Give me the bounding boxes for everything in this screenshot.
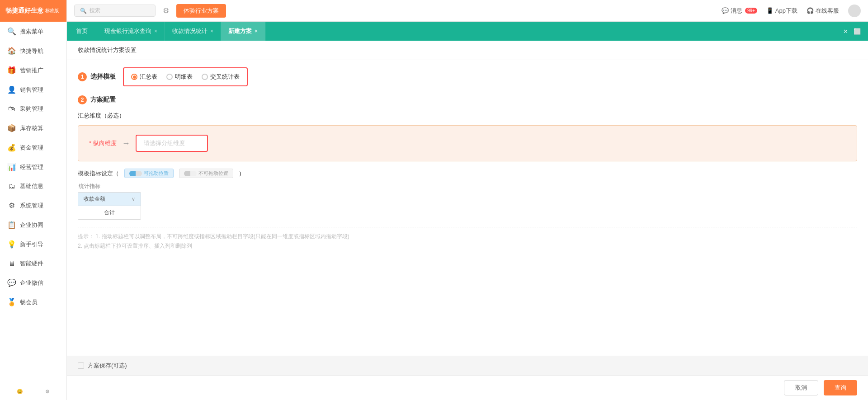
sidebar-label-8: 基础信息 — [20, 182, 43, 190]
app-name: 畅捷通好生意 — [5, 7, 43, 15]
save-checkbox[interactable] — [78, 362, 84, 369]
sidebar-label-9: 系统管理 — [20, 202, 43, 210]
bottom-bar: 取消 查询 — [67, 375, 868, 400]
page-title: 收款情况统计方案设置 — [67, 41, 868, 60]
tip1: 提示： 1. 拖动标题栏可以调整布局，不可跨维度或指标区域拖动栏目字段(只能在同… — [78, 233, 857, 240]
template-radio-0[interactable]: 汇总表 — [131, 73, 157, 81]
tab-receipts-close[interactable]: × — [210, 28, 213, 34]
sidebar-item-9[interactable]: ⚙系统管理 — [0, 196, 66, 215]
dim-arrow: → — [122, 139, 130, 148]
template-radio-2[interactable]: 交叉统计表 — [202, 73, 240, 81]
dimension-area: * 纵向维度 → 请选择分组维度 — [78, 125, 857, 161]
trial-button[interactable]: 体验行业方案 — [176, 4, 226, 18]
dimension-label: 汇总维度（必选） — [78, 112, 857, 120]
sidebar-label-11: 新手引导 — [20, 240, 43, 249]
section1-title: 选择模板 — [90, 73, 116, 81]
sidebar-item-6[interactable]: 💰资金管理 — [0, 138, 66, 157]
sidebar-icon-10: 📋 — [7, 221, 16, 229]
topbar: 🔍 搜索 ⚙ 体验行业方案 💬 消息 99+ 📱 App下载 🎧 在线客服 — [67, 0, 868, 22]
sidebar-label-10: 企业协同 — [20, 221, 43, 229]
content-area: 收款情况统计方案设置 1 选择模板 汇总表 明细表 交叉统计表 2 方案配置 — [67, 41, 868, 400]
search-box[interactable]: 🔍 搜索 — [74, 5, 156, 17]
sidebar-item-3[interactable]: 👤销售管理 — [0, 80, 66, 99]
sidebar-item-2[interactable]: 🎁营销推广 — [0, 61, 66, 80]
tab-home-label: 首页 — [76, 27, 88, 35]
section1-num: 1 — [78, 72, 87, 81]
sidebar-item-1[interactable]: 🏠快捷导航 — [0, 41, 66, 61]
indicator-settings: 模板指标设定（ 可拖动位置 不可拖动位置 ） — [78, 169, 857, 220]
download-icon: 📱 — [766, 7, 774, 14]
sidebar-label-4: 采购管理 — [20, 105, 43, 113]
indicator-col-header[interactable]: 收款金额 ∨ — [78, 193, 141, 206]
indicator-table-area: 统计指标 收款金额 ∨ 合计 — [78, 183, 857, 220]
sidebar-label-3: 销售管理 — [20, 86, 43, 94]
sidebar-label-14: 畅会员 — [20, 298, 38, 306]
app-logo: 畅捷通好生意 标准版 — [0, 0, 66, 22]
template-radio-1[interactable]: 明细表 — [166, 73, 193, 81]
service-label: 在线客服 — [816, 7, 839, 15]
tab-bank-close[interactable]: × — [154, 28, 157, 34]
download-label: App下载 — [775, 7, 797, 15]
tab-new-plan[interactable]: 新建方案 × — [221, 22, 265, 41]
sidebar-icon-14: 🏅 — [7, 298, 16, 306]
dim-selector[interactable]: 请选择分组维度 — [136, 135, 208, 152]
sidebar-item-0[interactable]: 🔍搜索菜单 — [0, 22, 66, 41]
sidebar-item-8[interactable]: 🗂基础信息 — [0, 177, 66, 196]
radio-circle-2 — [202, 74, 208, 80]
sidebar-item-14[interactable]: 🏅畅会员 — [0, 292, 66, 312]
sidebar-icon-8: 🗂 — [7, 182, 16, 190]
sidebar-icon-11: 💡 — [7, 240, 16, 249]
save-section: 方案保存(可选) — [67, 356, 868, 375]
user-avatar[interactable] — [848, 5, 861, 17]
sidebar-item-4[interactable]: 🛍采购管理 — [0, 99, 66, 118]
radio-label-2: 交叉统计表 — [210, 73, 240, 81]
tab-receipts[interactable]: 收款情况统计 × — [165, 22, 221, 41]
section1-header: 1 选择模板 汇总表 明细表 交叉统计表 — [78, 67, 857, 86]
tab-home[interactable]: 首页 — [67, 22, 97, 41]
message-item[interactable]: 💬 消息 99+ — [722, 7, 757, 15]
app-version: 标准版 — [45, 8, 59, 14]
sidebar-item-12[interactable]: 🖥智能硬件 — [0, 254, 66, 273]
message-label: 消息 — [731, 7, 742, 15]
sidebar: 畅捷通好生意 标准版 🔍搜索菜单🏠快捷导航🎁营销推广👤销售管理🛍采购管理📦库存核… — [0, 0, 67, 400]
cancel-button[interactable]: 取消 — [784, 380, 818, 395]
message-icon: 💬 — [722, 7, 729, 14]
settings-icon[interactable]: ⚙ — [163, 6, 169, 15]
sidebar-item-11[interactable]: 💡新手引导 — [0, 235, 66, 254]
tab-minimize-icon[interactable]: ✕ — [843, 28, 848, 35]
radio-label-0: 汇总表 — [140, 73, 157, 81]
sidebar-item-5[interactable]: 📦库存核算 — [0, 118, 66, 138]
tab-receipts-label: 收款情况统计 — [172, 27, 208, 35]
tab-bank[interactable]: 现金银行流水查询 × — [97, 22, 165, 41]
service-item[interactable]: 🎧 在线客服 — [807, 7, 839, 15]
sidebar-icon-4: 🛍 — [7, 105, 16, 113]
tip1-text: 1. 拖动标题栏可以调整布局，不可跨维度或指标区域拖动栏目字段(只能在同一维度或… — [95, 233, 349, 240]
col-chevron: ∨ — [132, 196, 135, 202]
sidebar-bottom-left[interactable]: 😊 — [17, 389, 23, 395]
tab-new-plan-label: 新建方案 — [228, 27, 252, 35]
tab-new-plan-close[interactable]: × — [255, 28, 258, 34]
sidebar-label-13: 企业微信 — [20, 279, 43, 287]
tabbar: 首页 现金银行流水查询 × 收款情况统计 × 新建方案 × ✕ ⬜ — [67, 22, 868, 41]
sidebar-item-13[interactable]: 💬企业微信 — [0, 273, 66, 292]
sidebar-item-10[interactable]: 📋企业协同 — [0, 215, 66, 235]
search-icon: 🔍 — [80, 8, 87, 14]
radio-label-1: 明细表 — [175, 73, 193, 81]
query-button[interactable]: 查询 — [824, 380, 857, 395]
sidebar-bottom: 😊 ⚙ — [0, 383, 66, 400]
draggable-badge: 可拖动位置 — [124, 169, 174, 178]
download-item[interactable]: 📱 App下载 — [766, 7, 797, 15]
sidebar-bottom-right[interactable]: ⚙ — [45, 389, 50, 395]
sidebar-label-12: 智能硬件 — [20, 259, 43, 268]
tip2: 2. 点击标题栏下拉可设置排序、插入列和删除列 — [78, 242, 857, 250]
form-body: 收款情况统计方案设置 1 选择模板 汇总表 明细表 交叉统计表 2 方案配置 — [67, 41, 868, 356]
sidebar-item-7[interactable]: 📊经营管理 — [0, 157, 66, 177]
tips-section: 提示： 1. 拖动标题栏可以调整布局，不可跨维度或指标区域拖动栏目字段(只能在同… — [78, 227, 857, 257]
tab-bank-label: 现金银行流水查询 — [104, 27, 151, 35]
tab-maximize-icon[interactable]: ⬜ — [854, 28, 861, 35]
template-selection-box: 汇总表 明细表 交叉统计表 — [123, 67, 248, 86]
section2-num: 2 — [78, 95, 87, 104]
indicator-table: 收款金额 ∨ 合计 — [78, 192, 141, 220]
stat-group: 统计指标 收款金额 ∨ 合计 — [78, 183, 141, 220]
dimension-row: * 纵向维度 → 请选择分组维度 — [89, 135, 846, 152]
